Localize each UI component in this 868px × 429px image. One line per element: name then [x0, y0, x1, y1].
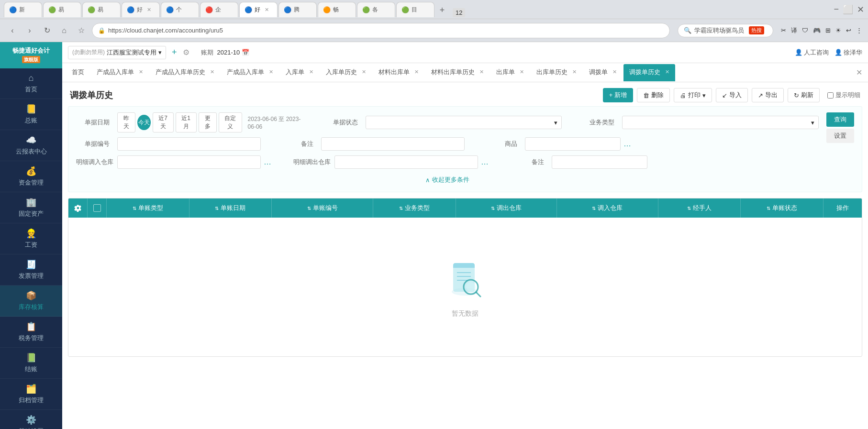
- tab-material-out-hist[interactable]: 材料出库单历史✕: [425, 64, 490, 81]
- back-button[interactable]: ‹: [6, 24, 19, 37]
- brightness-icon[interactable]: ☀: [835, 27, 841, 34]
- tab-transfer[interactable]: 调拨单✕: [583, 64, 623, 81]
- browser-tab-1[interactable]: 🔵新: [4, 2, 42, 17]
- delete-button[interactable]: 🗑 删除: [637, 88, 670, 102]
- translate-icon[interactable]: 译: [791, 26, 797, 35]
- grid-icon[interactable]: ⊞: [825, 27, 831, 34]
- sidebar-item-home[interactable]: ⌂ 首页: [0, 68, 62, 99]
- browser-tab-5[interactable]: 🔵个: [161, 2, 199, 17]
- date-today-btn[interactable]: 今天: [137, 115, 150, 130]
- user-avatar[interactable]: 👤 徐泽华: [835, 48, 862, 57]
- show-detail-checkbox[interactable]: [827, 92, 834, 99]
- date-more-btn[interactable]: 更多: [199, 112, 217, 132]
- new-tab-button[interactable]: +: [435, 4, 449, 17]
- tab-transfer-hist[interactable]: 调拨单历史✕: [623, 64, 675, 81]
- th-settings[interactable]: [68, 198, 88, 218]
- browser-tab-2[interactable]: 🟢易: [43, 2, 81, 17]
- filter-setting-button[interactable]: 设置: [826, 129, 854, 143]
- home-button[interactable]: ⌂: [57, 24, 71, 37]
- tab-close-finished-in2[interactable]: ✕: [269, 69, 273, 75]
- period-selector[interactable]: 2021-10 📅: [217, 49, 250, 56]
- doc-number-input[interactable]: [117, 137, 261, 151]
- from-wh-ellipsis-button[interactable]: …: [261, 158, 274, 166]
- sidebar-item-salary[interactable]: 👷 工资: [0, 223, 62, 254]
- url-input[interactable]: 🔒 https://cloud.chanjet.com/accounting/u…: [92, 23, 670, 38]
- window-maximize-button[interactable]: ⬜: [843, 4, 853, 15]
- from-wh-input[interactable]: [117, 155, 261, 169]
- show-detail-toggle[interactable]: 显示明细: [827, 91, 860, 99]
- window-minimize-button[interactable]: −: [834, 4, 839, 14]
- query-button[interactable]: 查询: [826, 112, 854, 127]
- collapse-button[interactable]: ∧ 收起更多条件: [425, 174, 469, 186]
- shield-icon[interactable]: 🛡: [802, 27, 808, 34]
- tab-close-out[interactable]: ✕: [520, 69, 524, 75]
- browser-tab-11[interactable]: 🟢目: [396, 2, 434, 17]
- tab-count-badge[interactable]: 12: [453, 8, 465, 17]
- browser-tab-6[interactable]: 🔴企: [200, 2, 238, 17]
- remark2-input[interactable]: [552, 155, 647, 169]
- game-icon[interactable]: 🎮: [813, 27, 821, 34]
- close-all-tabs-button[interactable]: ✕: [854, 66, 864, 79]
- undo-icon[interactable]: ↩: [846, 27, 851, 34]
- add-company-button[interactable]: +: [172, 47, 177, 57]
- sidebar-item-close[interactable]: 📗 结账: [0, 348, 62, 379]
- th-biz-type[interactable]: ⇅ 业务类型: [373, 198, 456, 218]
- sidebar-item-archive[interactable]: 🗂️ 归档管理: [0, 379, 62, 410]
- th-to-wh[interactable]: ⇅ 调入仓库: [557, 198, 658, 218]
- goods-ellipsis-button[interactable]: …: [621, 140, 634, 148]
- export-button[interactable]: ↗ 导出: [752, 88, 784, 102]
- tab-out[interactable]: 出库单✕: [490, 64, 530, 81]
- select-all-checkbox[interactable]: [93, 204, 101, 212]
- date-yesterday-btn[interactable]: 昨天: [117, 112, 135, 132]
- sidebar-item-tax[interactable]: 📋 税务管理: [0, 317, 62, 348]
- consultant-button[interactable]: 👤 人工咨询: [795, 48, 829, 57]
- refresh-button[interactable]: ↻ 刷新: [788, 88, 820, 102]
- tab-close-material-out-hist[interactable]: ✕: [479, 69, 484, 75]
- tab-home[interactable]: 首页: [66, 64, 90, 81]
- tab-close-transfer[interactable]: ✕: [612, 69, 617, 75]
- company-selector[interactable]: (勿删勿禁用) 江西服宝测试专用 ▾: [68, 46, 166, 59]
- status-filter-select[interactable]: ▾: [366, 116, 562, 129]
- th-doc-status[interactable]: ⇅ 单账状态: [741, 198, 823, 218]
- new-button[interactable]: + 新增: [603, 88, 633, 102]
- print-button[interactable]: 🖨 打印 ▾: [674, 88, 712, 102]
- import-button[interactable]: ↙ 导入: [716, 88, 748, 102]
- bookmark-button[interactable]: ☆: [75, 24, 88, 37]
- cut-icon[interactable]: ✂: [781, 27, 786, 34]
- sidebar-item-inventory[interactable]: 📦 库存核算: [0, 286, 62, 317]
- tab-close-stock-in-hist[interactable]: ✕: [362, 69, 366, 75]
- sidebar-item-funds[interactable]: 💰 资金管理: [0, 161, 62, 192]
- sidebar-item-settings[interactable]: ⚙️ 基础设置: [0, 410, 62, 429]
- tab-finished-in-hist[interactable]: 产成品入库单历史✕: [150, 64, 220, 81]
- th-doc-date[interactable]: ⇅ 单账日期: [189, 198, 272, 218]
- tab-out-hist[interactable]: 出库单历史✕: [531, 64, 582, 81]
- browser-tab-4[interactable]: 🔵好✕: [122, 2, 160, 17]
- search-bar[interactable]: 🔍 学霸应聘场驱鸟员 热搜: [678, 24, 773, 37]
- date-1month-btn[interactable]: 近1月: [176, 112, 197, 132]
- date-custom-btn[interactable]: 自定义: [219, 112, 242, 132]
- th-doc-type[interactable]: ⇅ 单账类型: [107, 198, 189, 218]
- to-wh-ellipsis-button[interactable]: …: [478, 158, 491, 166]
- settings-gear-icon[interactable]: ⚙: [183, 48, 189, 57]
- sidebar-item-ledger[interactable]: 📒 总账: [0, 99, 62, 130]
- window-close-button[interactable]: ✕: [857, 4, 864, 15]
- th-from-wh[interactable]: ⇅ 调出仓库: [456, 198, 557, 218]
- th-handler[interactable]: ⇅ 经手人: [658, 198, 741, 218]
- biz-type-filter-select[interactable]: ▾: [622, 116, 819, 129]
- remark-input[interactable]: [321, 137, 465, 151]
- th-checkbox[interactable]: [88, 198, 107, 218]
- tab-material-out[interactable]: 材料出库单✕: [373, 64, 424, 81]
- goods-input[interactable]: [525, 137, 621, 151]
- tab-finished-in[interactable]: 产成品入库单✕: [91, 64, 149, 81]
- menu-icon[interactable]: ⋮: [856, 27, 862, 34]
- browser-tab-7[interactable]: 🔵好✕: [239, 2, 278, 17]
- browser-tab-3[interactable]: 🟢易: [82, 2, 121, 17]
- tab-finished-in2[interactable]: 产成品入库单✕: [221, 64, 279, 81]
- sidebar-item-assets[interactable]: 🏢 固定资产: [0, 192, 62, 223]
- tab-close-transfer-hist[interactable]: ✕: [665, 69, 669, 75]
- tab-stock-in-hist[interactable]: 入库单历史✕: [320, 64, 372, 81]
- refresh-browser-button[interactable]: ↻: [40, 24, 54, 37]
- tab-close-material-out[interactable]: ✕: [414, 69, 419, 75]
- tab-close-stock-in[interactable]: ✕: [309, 69, 313, 75]
- browser-tab-10[interactable]: 🟢各: [357, 2, 395, 17]
